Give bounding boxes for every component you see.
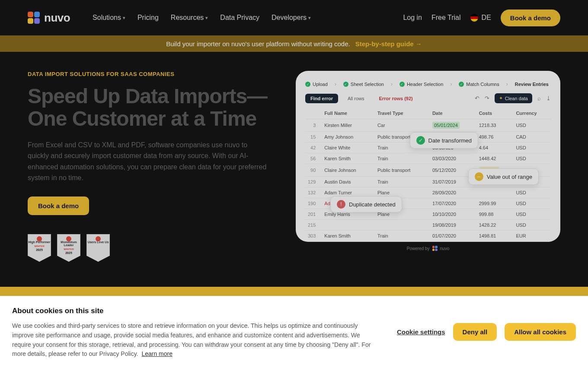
nav-data-privacy[interactable]: Data Privacy bbox=[220, 14, 259, 22]
col-date[interactable]: Date bbox=[430, 108, 476, 119]
wizard-step-sheet[interactable]: ✓ Sheet Selection bbox=[343, 82, 384, 87]
download-icon[interactable]: ⤓ bbox=[546, 95, 551, 101]
cell-index: 56 bbox=[305, 153, 322, 164]
cell-index: 15 bbox=[305, 132, 322, 143]
chevron-right-icon: › bbox=[506, 81, 508, 87]
wizard-label: Sheet Selection bbox=[351, 82, 384, 87]
nav-developers[interactable]: Developers ▾ bbox=[272, 14, 311, 22]
wizard-step-match[interactable]: ✓ Match Columns bbox=[459, 82, 499, 87]
cell-index: 3 bbox=[305, 119, 322, 132]
cell-costs: 999.88 bbox=[476, 209, 514, 220]
nav-login[interactable]: Log in bbox=[403, 14, 422, 22]
brand-logo[interactable]: nuvo bbox=[28, 11, 70, 25]
nav-actions: Log in Free Trial DE Book a demo bbox=[403, 10, 560, 26]
nav-book-demo-button[interactable]: Book a demo bbox=[501, 10, 560, 26]
col-costs[interactable]: Costs bbox=[476, 108, 514, 119]
primary-nav: Solutions ▾ Pricing Resources ▾ Data Pri… bbox=[93, 14, 311, 22]
cell-full-name bbox=[322, 220, 375, 231]
g2-badge-high-performer: High Performer WINTER 2025 bbox=[28, 234, 51, 262]
all-rows-filter[interactable]: All rows bbox=[342, 94, 370, 103]
chevron-right-icon: › bbox=[450, 81, 452, 87]
cell-index: 303 bbox=[305, 231, 322, 241]
redo-icon[interactable]: ↷ bbox=[485, 95, 489, 101]
cell-full-name: Claire Johnson bbox=[322, 164, 375, 177]
hero-section: DATA IMPORT SOLUTIONS FOR SAAS COMPANIES… bbox=[0, 52, 588, 272]
deny-all-button[interactable]: Deny all bbox=[453, 323, 497, 341]
announcement-text: Build your importer on nuvo's user platf… bbox=[166, 40, 350, 48]
chevron-right-icon: › bbox=[335, 81, 336, 87]
table-row[interactable]: 56Karen SmithTrain03/03/20201448.42USD bbox=[305, 153, 551, 164]
error-rows-filter[interactable]: Error rows (92) bbox=[374, 94, 418, 103]
table-row[interactable]: 3Kirsten MillerCar05/01/20241218.33USD bbox=[305, 119, 551, 132]
cookie-settings-button[interactable]: Cookie settings bbox=[397, 328, 445, 336]
g2-logo-icon bbox=[66, 236, 71, 241]
g2-badge-users-love-us: Users Love Us bbox=[86, 234, 110, 262]
clean-data-button[interactable]: ✦ Clean data bbox=[495, 93, 532, 103]
announcement-cta-link[interactable]: Step-by-step guide → bbox=[355, 40, 422, 48]
wizard-label: Review Entries bbox=[515, 82, 549, 87]
toast-date-transformed: ✓ Date transformed bbox=[410, 132, 478, 149]
hero-headline: Speed Up Data Imports—One Customer at a … bbox=[28, 85, 270, 130]
badge-year: 2025 bbox=[36, 248, 43, 251]
nav-resources-label: Resources bbox=[171, 14, 204, 22]
allow-all-button[interactable]: Allow all cookies bbox=[505, 323, 576, 341]
col-travel-type[interactable]: Travel Type bbox=[375, 108, 430, 119]
g2-badges: High Performer WINTER 2025 Momentum Lead… bbox=[28, 234, 270, 262]
logo-mark-icon bbox=[28, 12, 40, 24]
wizard-label: Match Columns bbox=[466, 82, 499, 87]
nav-resources[interactable]: Resources ▾ bbox=[171, 14, 208, 22]
cookie-title: About cookies on this site bbox=[12, 307, 380, 315]
g2-logo-icon bbox=[37, 236, 42, 241]
g2-badge-momentum-leader: Momentum Leader WINTER 2025 bbox=[57, 234, 80, 262]
badge-season: WINTER bbox=[64, 248, 74, 251]
cell-full-name: Austin Davis bbox=[322, 177, 375, 187]
col-currency[interactable]: Currency bbox=[513, 108, 551, 119]
cell-travel-type bbox=[375, 220, 430, 231]
learn-more-link[interactable]: Learn more bbox=[141, 350, 173, 357]
table-row[interactable]: 21519/08/20191428.22USD bbox=[305, 220, 551, 231]
clean-data-label: Clean data bbox=[505, 96, 528, 101]
powered-by-label: Powered by bbox=[407, 246, 430, 251]
cell-full-name: Karen Smith bbox=[322, 153, 375, 164]
cell-travel-type: Train bbox=[375, 153, 430, 164]
alert-icon: ! bbox=[337, 200, 345, 209]
cell-date: 19/08/2019 bbox=[430, 220, 476, 231]
wizard-step-header[interactable]: ✓ Header Selection bbox=[399, 82, 443, 87]
nav-pricing[interactable]: Pricing bbox=[137, 14, 159, 22]
cookie-actions: Cookie settings Deny all Allow all cooki… bbox=[397, 307, 576, 341]
cell-currency: USD bbox=[513, 220, 551, 231]
col-full-name[interactable]: Full Name bbox=[322, 108, 375, 119]
language-switcher[interactable]: DE bbox=[470, 14, 491, 22]
cookie-banner: About cookies on this site We use cookie… bbox=[0, 296, 588, 371]
product-screenshot: ✓ Upload › ✓ Sheet Selection › ✓ Header … bbox=[296, 71, 560, 242]
badge-season: WINTER bbox=[34, 245, 45, 247]
cell-date: 03/03/2020 bbox=[430, 153, 476, 164]
toast-label: Date transformed bbox=[428, 137, 472, 144]
product-toolbar: Find error All rows Error rows (92) ↶ ↷ … bbox=[305, 93, 551, 103]
search-icon[interactable]: ⌕ bbox=[537, 95, 541, 101]
cell-full-name: Karen Smith bbox=[322, 231, 375, 241]
logo-mark-icon bbox=[432, 246, 438, 251]
wizard-step-upload[interactable]: ✓ Upload bbox=[305, 82, 328, 87]
cell-costs: 498.76 bbox=[476, 132, 514, 143]
cell-currency: USD bbox=[513, 119, 551, 132]
nav-solutions[interactable]: Solutions ▾ bbox=[93, 14, 125, 22]
find-error-button[interactable]: Find error bbox=[305, 94, 338, 103]
toast-duplicate-detected: ! Duplicate detected bbox=[330, 196, 402, 212]
wizard-label: Upload bbox=[313, 82, 328, 87]
hero-book-demo-button[interactable]: Book a demo bbox=[28, 197, 89, 215]
nav-free-trial[interactable]: Free Trial bbox=[431, 14, 461, 22]
cell-costs: 1218.33 bbox=[476, 119, 514, 132]
table-row[interactable]: 303Karen SmithTrain01/07/20201498.81EUR bbox=[305, 231, 551, 241]
cookie-body-text: We use cookies and third-party services … bbox=[12, 322, 371, 357]
cell-index: 215 bbox=[305, 220, 322, 231]
cell-date: 10/10/2020 bbox=[430, 209, 476, 220]
col-index bbox=[305, 108, 322, 119]
check-icon: ✓ bbox=[343, 82, 348, 87]
cell-currency: USD bbox=[513, 198, 551, 209]
cell-currency: USD bbox=[513, 143, 551, 153]
wizard-step-review[interactable]: Review Entries bbox=[515, 82, 549, 87]
check-circle-icon: ✓ bbox=[416, 136, 425, 145]
cell-costs: 1448.42 bbox=[476, 153, 514, 164]
undo-icon[interactable]: ↶ bbox=[475, 95, 479, 101]
